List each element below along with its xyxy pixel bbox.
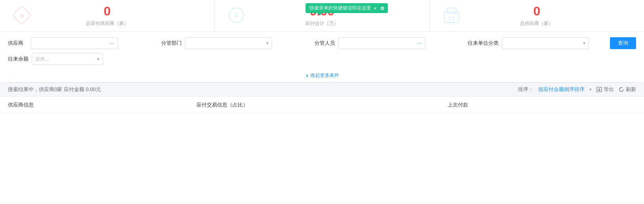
top-stats-bar: ◈ 0 总应付供应商（家） ¥ 0.00 应付合计（万） 快速录单的快捷键说明在…: [0, 0, 644, 32]
person-label: 分管人员: [314, 40, 335, 47]
supplier-label: 供应商: [8, 40, 28, 47]
balance-placeholder: 选择...: [35, 56, 49, 63]
diamond-icon: ◈: [12, 5, 32, 26]
supplier-field: 供应商 ···: [8, 37, 145, 49]
svg-rect-6: [450, 17, 453, 22]
person-field: 分管人员 ···: [314, 37, 452, 49]
dept-input[interactable]: ▾: [185, 37, 272, 49]
unit-class-arrow: ▾: [583, 40, 585, 46]
tooltip-dot: [381, 7, 384, 10]
col-payment-header: 上次付款: [448, 101, 636, 109]
balance-select[interactable]: 选择... ▾: [32, 53, 103, 65]
export-icon: [596, 87, 602, 92]
collapse-icon: ∧: [305, 73, 309, 78]
search-row-1: 供应商 ··· 分管部门 ▾ 分管人员 ···: [8, 37, 636, 49]
tooltip-text: 快速录单的快捷键说明在这里: [309, 5, 371, 11]
sort-value-btn[interactable]: 按应付会额倒序排序: [538, 86, 585, 93]
export-label: 导出: [604, 86, 614, 93]
unit-class-field: 往来单位分类 ▾: [468, 37, 605, 49]
query-button[interactable]: 查询: [610, 37, 636, 49]
result-actions: 排序： 按应付会额倒序排序 ▾ 导出 刷新: [518, 86, 636, 93]
payable-amount-label: 应付合计（万）: [305, 20, 339, 27]
sort-label: 排序：: [518, 86, 533, 93]
stat-payable-amount: ¥ 0.00 应付合计（万） 快速录单的快捷键说明在这里 ×: [215, 0, 429, 31]
svg-text:¥: ¥: [234, 11, 239, 19]
result-bar: 搜索结果中，供应商0家 应付金额 0.00元 排序： 按应付会额倒序排序 ▾ 导…: [0, 83, 644, 97]
sort-arrow[interactable]: ▾: [589, 87, 592, 92]
shortcut-tooltip: 快速录单的快捷键说明在这里 ×: [305, 3, 388, 13]
collapse-label: 收起更多条件: [311, 72, 339, 79]
payable-suppliers-count: 0: [104, 4, 111, 18]
dept-field: 分管部门 ▾: [161, 37, 299, 49]
unit-class-input[interactable]: ▾: [502, 37, 589, 49]
table-body: [0, 114, 644, 204]
payable-suppliers-label: 总应付供应商（家）: [86, 20, 129, 27]
tooltip-close-button[interactable]: ×: [373, 6, 377, 11]
collapse-bar: ∧ 收起更多条件: [8, 69, 636, 82]
col-supplier-header: 供应商信息: [8, 101, 196, 109]
total-suppliers-label: 总供应商（家）: [520, 20, 553, 27]
dept-arrow: ▾: [266, 40, 269, 46]
refresh-icon: [619, 87, 624, 92]
search-panel: 供应商 ··· 分管部门 ▾ 分管人员 ···: [0, 32, 644, 83]
svg-text:◈: ◈: [19, 12, 24, 18]
coin-icon: ¥: [227, 5, 246, 26]
total-suppliers-count: 0: [533, 4, 540, 18]
refresh-button[interactable]: 刷新: [619, 86, 636, 93]
unit-class-label: 往来单位分类: [468, 40, 499, 47]
export-button[interactable]: 导出: [596, 86, 614, 93]
stat-payable-suppliers: ◈ 0 总应付供应商（家）: [0, 0, 215, 31]
result-info: 搜索结果中，供应商0家 应付金额 0.00元: [8, 86, 101, 93]
collapse-button[interactable]: ∧ 收起更多条件: [305, 72, 339, 79]
balance-arrow: ▾: [97, 56, 99, 62]
table-header: 供应商信息 应付交易信息（占比） 上次付款: [0, 97, 644, 114]
supplier-input[interactable]: ···: [31, 37, 118, 49]
svg-rect-5: [447, 8, 456, 13]
refresh-label: 刷新: [626, 86, 636, 93]
balance-label: 往来余额: [8, 55, 29, 63]
stat-total-suppliers: 0 总供应商（家）: [430, 0, 644, 31]
supplier-ellipsis-btn[interactable]: ···: [110, 40, 114, 46]
building-icon: [442, 5, 461, 26]
dept-label: 分管部门: [161, 40, 182, 47]
col-transaction-header: 应付交易信息（占比）: [196, 101, 448, 109]
person-ellipsis-btn[interactable]: ···: [417, 40, 422, 46]
search-row-2: 往来余额 选择... ▾: [8, 53, 636, 65]
person-input[interactable]: ···: [338, 37, 425, 49]
